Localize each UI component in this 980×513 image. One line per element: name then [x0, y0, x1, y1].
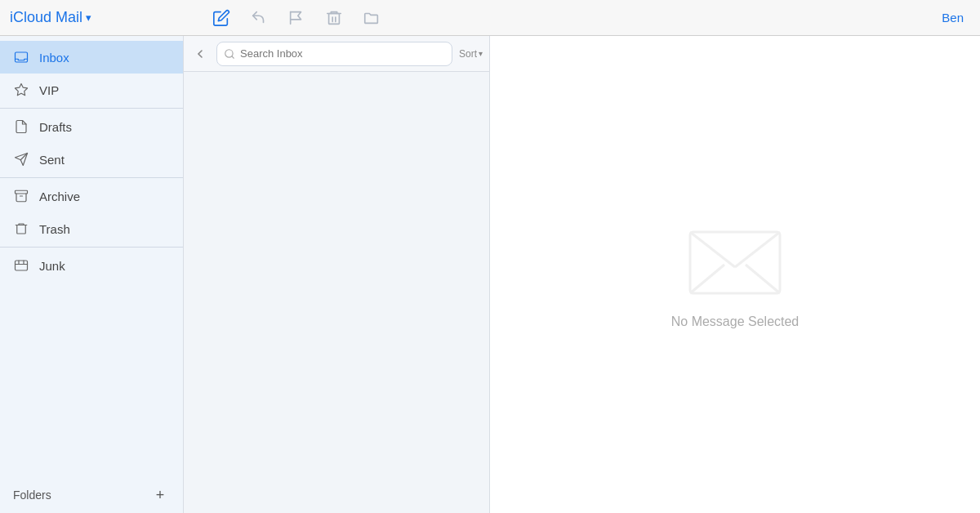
- sort-button[interactable]: Sort ▾: [459, 48, 483, 60]
- sidebar: Inbox VIP Drafts: [0, 36, 184, 513]
- add-folder-button[interactable]: +: [150, 485, 170, 505]
- sidebar-item-sent-label: Sent: [39, 153, 65, 167]
- message-list-panel: Sort ▾: [184, 36, 490, 513]
- delete-button[interactable]: [323, 7, 345, 29]
- divider-1: [0, 108, 183, 109]
- move-to-folder-button[interactable]: [360, 7, 383, 29]
- sidebar-item-drafts-label: Drafts: [39, 120, 72, 134]
- search-icon: [224, 48, 235, 60]
- app-title-area: iCloud Mail ▾: [10, 9, 194, 26]
- svg-rect-10: [17, 225, 26, 234]
- sidebar-item-archive[interactable]: Archive: [0, 180, 183, 212]
- svg-line-16: [232, 56, 234, 58]
- toolbar-actions: [194, 7, 942, 29]
- user-name[interactable]: Ben: [942, 11, 970, 25]
- inbox-icon: [13, 49, 29, 65]
- app-title-chevron[interactable]: ▾: [86, 11, 91, 24]
- draft-icon: [13, 118, 29, 135]
- svg-line-19: [735, 232, 780, 267]
- folders-label: Folders: [13, 488, 51, 502]
- divider-2: [0, 177, 183, 178]
- flag-button[interactable]: [285, 7, 308, 29]
- collapse-sidebar-button[interactable]: [190, 44, 210, 64]
- sidebar-item-drafts[interactable]: Drafts: [0, 110, 183, 143]
- svg-line-18: [690, 232, 735, 267]
- svg-line-20: [690, 265, 724, 293]
- detail-panel: No Message Selected: [490, 36, 980, 513]
- folders-row: Folders +: [0, 477, 183, 513]
- svg-rect-1: [329, 13, 340, 24]
- svg-rect-11: [16, 261, 28, 270]
- no-message-text: No Message Selected: [671, 314, 800, 329]
- sidebar-item-vip-label: VIP: [39, 83, 59, 97]
- reply-button[interactable]: [247, 7, 270, 29]
- message-list-header: Sort ▾: [184, 36, 489, 72]
- toolbar: iCloud Mail ▾: [0, 0, 980, 36]
- search-bar: [216, 42, 452, 66]
- app-title: iCloud Mail: [10, 9, 82, 26]
- svg-rect-8: [16, 190, 28, 194]
- sidebar-item-junk[interactable]: Junk: [0, 249, 183, 282]
- sidebar-item-trash[interactable]: Trash: [0, 212, 183, 245]
- no-message-icon: [682, 220, 788, 301]
- sent-icon: [13, 151, 29, 167]
- sidebar-item-inbox[interactable]: Inbox: [0, 41, 183, 74]
- junk-icon: [13, 257, 29, 274]
- trash-icon: [13, 221, 29, 237]
- sidebar-item-junk-label: Junk: [39, 259, 65, 273]
- sidebar-item-archive-label: Archive: [39, 190, 80, 203]
- star-icon: [13, 82, 29, 98]
- archive-icon: [13, 188, 29, 204]
- svg-line-21: [746, 265, 780, 293]
- svg-marker-5: [16, 84, 28, 96]
- main-content: Inbox VIP Drafts: [0, 36, 980, 513]
- sidebar-item-trash-label: Trash: [39, 222, 70, 236]
- message-list-body: [184, 72, 489, 513]
- divider-3: [0, 247, 183, 248]
- sidebar-item-sent[interactable]: Sent: [0, 143, 183, 176]
- search-input[interactable]: [240, 47, 445, 60]
- compose-button[interactable]: [210, 7, 233, 29]
- sidebar-item-vip[interactable]: VIP: [0, 74, 183, 106]
- sidebar-item-inbox-label: Inbox: [39, 51, 69, 65]
